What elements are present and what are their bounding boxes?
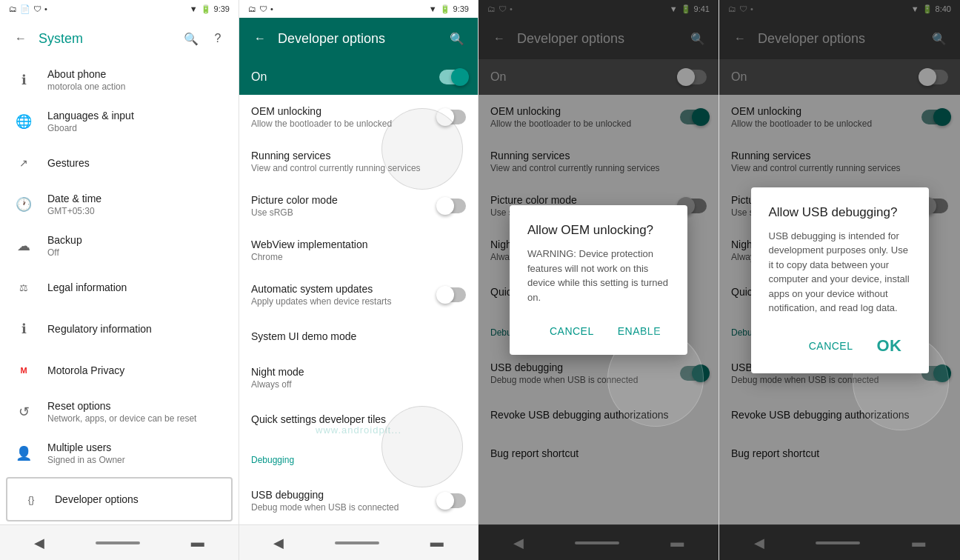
status-right-middle: ▼ 🔋 9:39 (429, 4, 469, 14)
battery-icon-m: 🔋 (440, 4, 450, 14)
developer-options-panel-1: 🗂 🛡 • ▼ 🔋 9:39 ← Developer options 🔍 On … (239, 0, 479, 560)
oem-cancel-button[interactable]: Cancel (541, 319, 603, 343)
time-left: 9:39 (214, 4, 230, 13)
oem-dialog-backdrop: Allow OEM unlocking? WARNING: Device pro… (479, 0, 719, 560)
wifi-icon-m: ▼ (429, 4, 437, 13)
picture-color-item-1[interactable]: Picture color mode Use sRGB (239, 184, 478, 228)
search-button-left[interactable]: 🔍 (182, 30, 200, 47)
file-icon: 🗂 (9, 4, 17, 13)
oem-title-1: OEM unlocking (251, 105, 439, 117)
help-button[interactable]: ? (209, 30, 227, 47)
gestures-icon: ↗ (12, 151, 36, 175)
legal-icon: ⚖ (12, 276, 36, 299)
regulatory-title: Regulatory information (47, 323, 227, 335)
picture-subtitle-1: Use sRGB (251, 207, 439, 218)
reset-subtitle: Network, apps, or device can be reset (47, 413, 227, 424)
picture-title-1: Picture color mode (251, 194, 439, 206)
gestures-title: Gestures (47, 157, 227, 169)
motorola-icon: M (12, 359, 36, 382)
dev-title-1: Developer options (278, 31, 439, 47)
on-bar-1[interactable]: On (239, 59, 478, 95)
picture-toggle-1[interactable] (439, 199, 466, 213)
recents-nav-left[interactable]: ▬ (173, 529, 222, 556)
oem-toggle-1[interactable] (439, 110, 466, 124)
demo-mode-item-1[interactable]: System UI demo mode (239, 317, 478, 356)
backup-subtitle: Off (47, 247, 227, 258)
back-nav-middle[interactable]: ◀ (256, 529, 301, 557)
backup-title: Backup (47, 234, 227, 246)
languages-subtitle: Gboard (47, 123, 227, 133)
reset-item[interactable]: ↺ Reset options Network, apps, or device… (0, 391, 239, 433)
running-subtitle-1: View and control currently running servi… (251, 163, 466, 173)
oem-subtitle-1: Allow the bootloader to be unlocked (251, 119, 439, 129)
recents-nav-middle[interactable]: ▬ (413, 529, 461, 556)
shield-icon-m: 🛡 (259, 4, 267, 13)
usb-dialog-backdrop: Allow USB debugging? USB debugging is in… (719, 0, 960, 560)
about-phone-item[interactable]: ℹ About phone motorola one action (0, 59, 239, 101)
multiuser-icon: 👤 (12, 441, 36, 465)
ok-circle-overlay (853, 334, 949, 430)
multiuser-item[interactable]: 👤 Multiple users Signed in as Owner (0, 433, 239, 474)
regulatory-item[interactable]: ℹ Regulatory information (0, 308, 239, 350)
system-appbar: ← System 🔍 ? (0, 18, 239, 59)
usb-subtitle-1: Debug mode when USB is connected (251, 502, 439, 513)
status-bar-left: 🗂 📄 🛡 • ▼ 🔋 9:39 (0, 0, 239, 18)
back-button-middle[interactable]: ← (251, 30, 269, 47)
datetime-title: Date & time (47, 193, 227, 204)
nav-bar-left: ◀ ▬ (0, 524, 239, 560)
languages-item[interactable]: 🌐 Languages & input Gboard (0, 101, 239, 142)
languages-icon: 🌐 (12, 110, 36, 133)
time-middle: 9:39 (453, 4, 469, 13)
multiuser-subtitle: Signed in as Owner (47, 455, 227, 465)
backup-item[interactable]: ☁ Backup Off (0, 225, 239, 267)
home-nav-left[interactable] (96, 541, 140, 544)
usb-dialog-body: USB debugging is intended for developmen… (769, 229, 911, 316)
back-nav-left[interactable]: ◀ (16, 529, 62, 557)
dot-icon-m: • (270, 4, 273, 13)
legal-title: Legal information (47, 281, 227, 293)
search-button-middle[interactable]: 🔍 (448, 30, 466, 47)
webview-item-1[interactable]: WebView implementation Chrome (239, 228, 478, 273)
dot-icon: • (44, 4, 47, 13)
running-title-1: Running services (251, 150, 466, 161)
night-title-1: Night mode (251, 366, 466, 378)
on-label-1: On (251, 70, 267, 84)
running-services-item-1[interactable]: Running services View and control curren… (239, 139, 478, 184)
night-mode-item-1[interactable]: Night mode Always off (239, 356, 478, 400)
qs-title-1: Quick settings developer tiles (251, 413, 466, 425)
developer-title: Developer options (55, 493, 219, 505)
revoke-usb-item-1[interactable]: Revoke USB debugging authorizations (239, 523, 478, 524)
auto-updates-title-1: Automatic system updates (251, 283, 439, 295)
about-icon: ℹ (12, 68, 36, 92)
usb-toggle-1[interactable] (439, 493, 466, 508)
auto-updates-toggle-1[interactable] (439, 287, 466, 302)
auto-updates-item-1[interactable]: Automatic system updates Apply updates w… (239, 273, 478, 317)
sim-icon-m: 🗂 (248, 4, 256, 13)
back-button-left[interactable]: ← (12, 30, 30, 47)
multiuser-title: Multiple users (47, 441, 227, 453)
about-title: About phone (47, 68, 227, 80)
system-settings-panel: 🗂 📄 🛡 • ▼ 🔋 9:39 ← System 🔍 ? ℹ About ph… (0, 0, 239, 560)
motorola-privacy-title: Motorola Privacy (47, 364, 227, 376)
oem-dialog-body: WARNING: Device protection features will… (527, 247, 670, 304)
backup-icon: ☁ (12, 234, 36, 258)
gestures-item[interactable]: ↗ Gestures (0, 142, 239, 184)
datetime-subtitle: GMT+05:30 (47, 206, 227, 216)
oem-unlocking-item-1[interactable]: OEM unlocking Allow the bootloader to be… (239, 95, 478, 139)
home-nav-middle[interactable] (335, 541, 379, 544)
developer-options-item[interactable]: {} Developer options (6, 477, 233, 521)
usb-debug-item-1[interactable]: USB debugging Debug mode when USB is con… (239, 479, 478, 523)
status-bar-middle: 🗂 🛡 • ▼ 🔋 9:39 (239, 0, 478, 18)
on-toggle-1[interactable] (439, 70, 466, 84)
motorola-privacy-item[interactable]: M Motorola Privacy (0, 350, 239, 391)
debugging-label-1: Debugging (251, 449, 466, 468)
datetime-item[interactable]: 🕐 Date & time GMT+05:30 (0, 184, 239, 225)
usb-cancel-button[interactable]: Cancel (800, 330, 862, 361)
datetime-icon: 🕐 (12, 193, 36, 216)
legal-item[interactable]: ⚖ Legal information (0, 267, 239, 308)
developer-options-panel-2: 🗂 🛡 • ▼ 🔋 9:41 ← Developer options 🔍 On … (479, 0, 719, 560)
reset-icon: ↺ (12, 400, 36, 424)
system-title: System (39, 31, 173, 47)
battery-icon: 🔋 (201, 4, 211, 14)
developer-options-panel-3: 🗂 🛡 • ▼ 🔋 8:40 ← Developer options 🔍 On … (719, 0, 960, 560)
